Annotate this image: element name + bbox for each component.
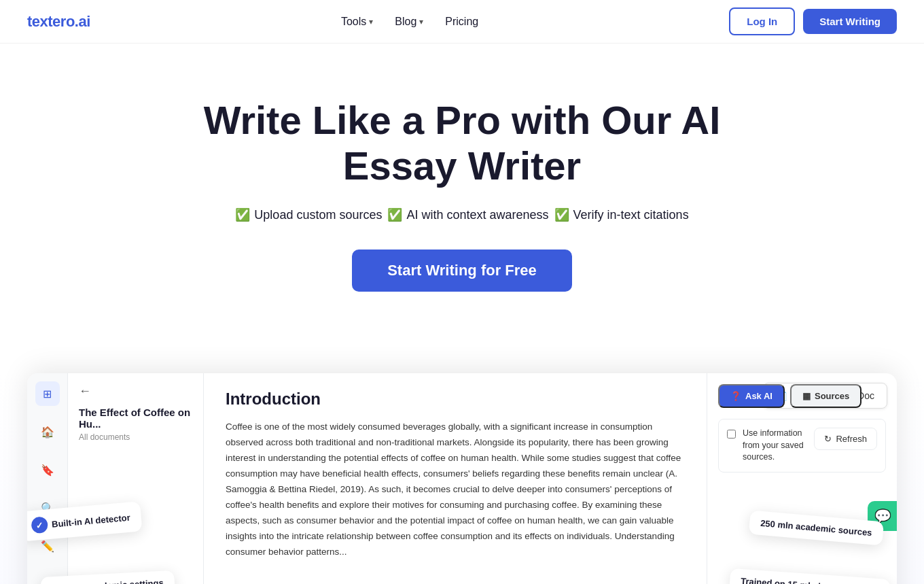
main-content: Introduction Coffee is one of the most w… <box>204 373 707 584</box>
login-button[interactable]: Log In <box>729 7 795 35</box>
sidebar-icon-home[interactable]: 🏠 <box>35 419 60 444</box>
doc-nav: ← <box>79 384 192 398</box>
nav-center: Tools ▾ Blog ▾ Pricing <box>341 16 478 28</box>
sources-option: Use information from your saved sources.… <box>718 419 886 473</box>
nav-pricing[interactable]: Pricing <box>445 16 478 28</box>
nav-actions: Log In Start Writing <box>729 7 897 35</box>
feature-3: ✅ Verify in-text citations <box>554 207 689 222</box>
hero-section: Write Like a Pro with Our AI Essay Write… <box>0 44 924 373</box>
sources-option-text: Use information from your saved sources. <box>743 428 807 464</box>
navbar: textero.ai Tools ▾ Blog ▾ Pricing Log In… <box>0 0 924 44</box>
content-body: Coffee is one of the most widely consume… <box>226 419 685 560</box>
nav-tools[interactable]: Tools ▾ <box>341 16 373 28</box>
cta-button[interactable]: Start Writing for Free <box>352 250 572 292</box>
sidebar-icon-grid[interactable]: ⊞ <box>35 381 60 406</box>
preview-wrapper: 📄 Create Google Doc ⊞ 🏠 🔖 🔍 ✏️ ← The Eff… <box>0 373 924 584</box>
app-mock: ⊞ 🏠 🔖 🔍 ✏️ ← The Effect of Coffee on Hu.… <box>27 373 897 584</box>
ask-ai-tab[interactable]: ❓ Ask AI <box>718 384 785 408</box>
logo-text: textero.ai <box>27 13 90 31</box>
checkmark-icon: ✓ <box>31 517 48 534</box>
right-panel: ❓ Ask AI ▦ Sources Use information from … <box>707 373 897 584</box>
sidebar-icon-bookmark[interactable]: 🔖 <box>35 458 60 482</box>
doc-title: The Effect of Coffee on Hu... <box>79 407 192 430</box>
logo[interactable]: textero.ai <box>27 13 90 31</box>
sources-icon: ▦ <box>802 391 811 401</box>
app-preview: 📄 Create Google Doc ⊞ 🏠 🔖 🔍 ✏️ ← The Eff… <box>27 373 897 584</box>
feature-2: ✅ AI with context awareness <box>387 207 548 222</box>
hero-features: ✅ Upload custom sources ✅ AI with contex… <box>235 207 688 222</box>
sources-tab[interactable]: ▦ Sources <box>790 384 861 408</box>
check-icon-2: ✅ <box>387 207 402 222</box>
app-sidebar: ⊞ 🏠 🔖 🔍 ✏️ <box>27 373 68 584</box>
ai-tabs: ❓ Ask AI ▦ Sources <box>718 384 886 408</box>
doc-subtitle: All documents <box>79 432 192 442</box>
hero-title: Write Like a Pro with Our AI Essay Write… <box>170 98 754 188</box>
refresh-button[interactable]: ↻ Refresh <box>814 428 877 450</box>
blog-chevron-icon: ▾ <box>419 17 423 27</box>
tools-chevron-icon: ▾ <box>369 17 373 27</box>
check-icon-3: ✅ <box>554 207 569 222</box>
start-writing-button[interactable]: Start Writing <box>803 9 897 34</box>
refresh-icon: ↻ <box>824 434 832 444</box>
nav-blog[interactable]: Blog ▾ <box>395 16 423 28</box>
question-icon: ❓ <box>730 391 741 401</box>
sources-checkbox[interactable] <box>727 430 736 439</box>
back-arrow-icon[interactable]: ← <box>79 384 91 398</box>
content-heading: Introduction <box>226 390 685 409</box>
check-icon-1: ✅ <box>235 207 250 222</box>
doc-panel: ← The Effect of Coffee on Hu... All docu… <box>68 373 204 584</box>
feature-1: ✅ Upload custom sources <box>235 207 382 222</box>
